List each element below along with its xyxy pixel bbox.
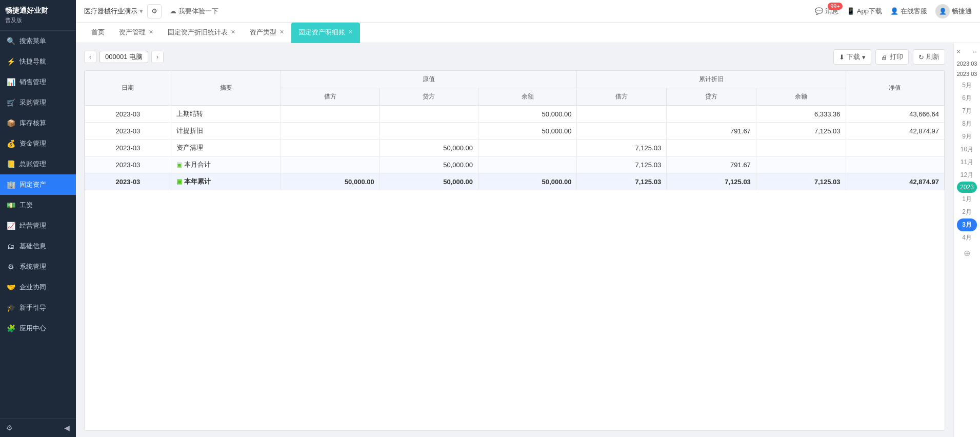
th-orig-credit: 贷方	[379, 88, 478, 106]
logo-subtitle: 普及版	[5, 16, 71, 24]
timeline-close-icon[interactable]: ✕	[956, 48, 961, 55]
timeline-item-2[interactable]: 7月	[957, 105, 977, 117]
cell-orig-balance-4: 50,000.00	[478, 173, 577, 190]
sidebar-item-inventory[interactable]: 📦库存核算	[0, 113, 76, 133]
settings-icon[interactable]: ⚙	[6, 424, 13, 432]
tab-asset-detail[interactable]: 固定资产明细账 ✕	[291, 23, 360, 43]
sidebar-item-search[interactable]: 🔍搜索菜单	[0, 31, 76, 51]
timeline-item-4[interactable]: 9月	[957, 130, 977, 143]
sidebar-item-basic-info[interactable]: 🗂基础信息	[0, 236, 76, 256]
tab-asset-type[interactable]: 资产类型 ✕	[243, 23, 291, 43]
timeline-item-12[interactable]: 4月	[957, 231, 977, 244]
cell-dep-balance-4: 7,125.03	[756, 173, 846, 190]
user-avatar[interactable]: 👤 畅捷通	[935, 4, 972, 18]
print-button[interactable]: 🖨 打印	[875, 49, 909, 65]
cell-orig-credit-0	[379, 106, 478, 123]
refresh-button[interactable]: ↻ 刷新	[913, 49, 945, 65]
table-row: 2023-03 ▣本月合计 50,000.00 7,125.03 791.67	[85, 156, 945, 173]
cell-summary-4: ▣本年累计	[171, 173, 281, 190]
cell-dep-debit-2: 7,125.03	[577, 140, 667, 156]
timeline-item-11[interactable]: 3月	[957, 218, 977, 231]
cell-dep-credit-1: 791.67	[667, 123, 756, 140]
sidebar-label-sales: 销售管理	[19, 77, 46, 87]
sidebar-item-ledger[interactable]: 📒总账管理	[0, 154, 76, 174]
online-service-button[interactable]: 👤 在线客服	[890, 7, 927, 16]
sidebar-label-inventory: 库存核算	[19, 118, 46, 128]
sidebar-item-operation[interactable]: 📈经营管理	[0, 215, 76, 236]
message-button[interactable]: 💬 消息 99+	[815, 7, 838, 16]
timeline-item-9[interactable]: 1月	[957, 193, 977, 206]
sidebar-label-app-center: 应用中心	[19, 324, 46, 333]
cell-dep-credit-2	[667, 140, 756, 156]
logo-title: 畅捷通好业财	[5, 6, 71, 15]
timeline-add-icon[interactable]: ⊕	[954, 246, 980, 260]
table-row: 2023-03 ▣本年累计 50,000.00 50,000.00 50,000…	[85, 173, 945, 190]
sales-icon: 📊	[6, 77, 15, 87]
cell-orig-balance-2	[478, 140, 577, 156]
cell-dep-debit-4: 7,125.03	[577, 173, 667, 190]
sidebar-item-guide[interactable]: 🎓新手引导	[0, 297, 76, 318]
guide-icon: 🎓	[6, 303, 15, 312]
sidebar-label-quick-nav: 快捷导航	[19, 57, 46, 66]
table-row: 2023-03 计提折旧 50,000.00 791.67 7,125.03 4…	[85, 123, 945, 140]
timeline-item-8[interactable]: 2023	[957, 182, 977, 193]
tab-depreciation-close[interactable]: ✕	[231, 29, 235, 35]
sidebar-item-salary[interactable]: 💵工资	[0, 195, 76, 215]
sidebar-item-quick-nav[interactable]: ⚡快捷导航	[0, 51, 76, 72]
company-chevron-icon: ▾	[139, 7, 143, 15]
sidebar-item-fixed-asset[interactable]: 🏢固定资产	[0, 174, 76, 195]
sidebar-item-purchase[interactable]: 🛒采购管理	[0, 92, 76, 113]
tab-depreciation-table[interactable]: 固定资产折旧统计表 ✕	[161, 23, 243, 43]
cell-dep-balance-0: 6,333.36	[756, 106, 846, 123]
enterprise-icon: 🤝	[6, 283, 15, 292]
timeline-item-0[interactable]: 5月	[957, 79, 977, 92]
th-original-value-group: 原值	[281, 71, 577, 88]
tab-asset-type-close[interactable]: ✕	[279, 29, 284, 35]
topbar-settings-button[interactable]: ⚙	[147, 4, 162, 18]
app-download-button[interactable]: 📱 App下载	[847, 7, 882, 16]
asset-navigation: ‹ 000001 电脑 ›	[84, 51, 164, 63]
timeline-second-date[interactable]: 2023.03	[954, 69, 980, 79]
sidebar-item-sales[interactable]: 📊销售管理	[0, 72, 76, 92]
tab-home[interactable]: 首页	[84, 23, 112, 43]
tab-asset-detail-close[interactable]: ✕	[348, 29, 353, 35]
timeline-item-1[interactable]: 6月	[957, 92, 977, 105]
collapse-icon[interactable]: ◀	[64, 424, 70, 432]
service-icon: 👤	[890, 7, 898, 15]
content-main: ‹ 000001 电脑 › ⬇ 下载 ▾ 🖨 打印 ↻	[76, 43, 953, 437]
cell-summary-3: ▣本月合计	[171, 156, 281, 173]
tab-asset-manage[interactable]: 资产管理 ✕	[112, 23, 161, 43]
timeline-item-10[interactable]: 2月	[957, 206, 977, 218]
timeline-expand-icon[interactable]: ↔	[972, 48, 978, 55]
timeline-panel: ✕ ↔ 2023.03 2023.03 5月6月7月8月9月10月11月12月2…	[953, 43, 980, 437]
cell-net-value-0: 43,666.64	[846, 106, 944, 123]
cell-orig-debit-1	[281, 123, 379, 140]
sidebar-label-capital: 资金管理	[19, 139, 46, 148]
timeline-item-6[interactable]: 11月	[957, 156, 977, 169]
cell-orig-debit-3	[281, 156, 379, 173]
tab-asset-manage-close[interactable]: ✕	[149, 29, 153, 35]
timeline-item-3[interactable]: 8月	[957, 117, 977, 130]
sidebar-logo: 畅捷通好业财 普及版	[0, 0, 76, 31]
row-icon-3: ▣	[176, 161, 182, 168]
app-center-icon: 🧩	[6, 324, 15, 333]
company-selector[interactable]: 医疗器械行业演示 ▾	[84, 7, 143, 16]
download-button[interactable]: ⬇ 下载 ▾	[833, 49, 871, 65]
sidebar-item-capital[interactable]: 💰资金管理	[0, 133, 76, 154]
sidebar-item-sys-manage[interactable]: ⚙系统管理	[0, 256, 76, 277]
inventory-icon: 📦	[6, 118, 15, 128]
sidebar-label-operation: 经营管理	[19, 221, 46, 230]
timeline-top-date[interactable]: 2023.03	[954, 58, 980, 69]
timeline-item-7[interactable]: 12月	[957, 169, 977, 182]
timeline-item-5[interactable]: 10月	[957, 143, 977, 156]
th-orig-balance: 余额	[478, 88, 577, 106]
message-icon: 💬	[815, 7, 823, 15]
sidebar-label-enterprise: 企业协同	[19, 283, 46, 292]
th-dep-balance: 余额	[756, 88, 846, 106]
next-asset-button[interactable]: ›	[151, 51, 164, 63]
quick-nav-icon: ⚡	[6, 57, 15, 66]
sidebar-item-enterprise[interactable]: 🤝企业协同	[0, 277, 76, 297]
prev-asset-button[interactable]: ‹	[84, 51, 96, 63]
timeline-header: ✕ ↔	[954, 47, 980, 56]
sidebar-item-app-center[interactable]: 🧩应用中心	[0, 318, 76, 339]
